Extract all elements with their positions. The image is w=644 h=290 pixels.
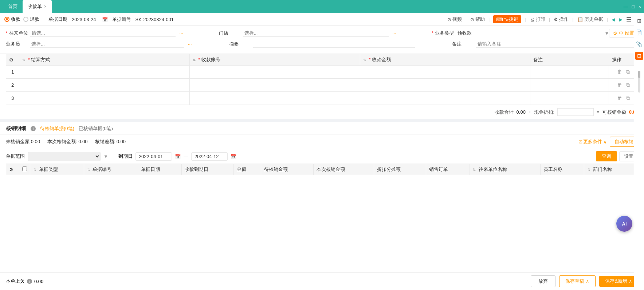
- nav-next-icon[interactable]: ▶: [619, 17, 623, 22]
- ai-badge[interactable]: Ai: [616, 216, 632, 232]
- row-1-amount[interactable]: [360, 66, 530, 79]
- number-value: SK-20230324-001: [136, 17, 174, 22]
- bth-checkbox[interactable]: [19, 164, 30, 175]
- tab-close-icon[interactable]: ×: [44, 4, 47, 9]
- row-2-account[interactable]: [189, 79, 360, 92]
- calendar-icon[interactable]: 📅: [102, 17, 108, 22]
- print-btn[interactable]: 🖨 打印: [530, 16, 545, 23]
- date-end-input[interactable]: [191, 152, 228, 161]
- pending-tab[interactable]: 待核销单据(0笔): [40, 125, 74, 132]
- table-area: ⚙ ⇅ * 结算方式 ⇅ * 收款账号 ⇅ * 收款: [0, 54, 644, 105]
- radio-refund[interactable]: 退款: [23, 16, 39, 23]
- shortcut-btn[interactable]: ⌨ 快捷键: [493, 15, 521, 23]
- date-start-input[interactable]: [136, 152, 172, 161]
- chevron-up-icon: ∧: [603, 139, 607, 145]
- info-icon-2[interactable]: i: [27, 279, 32, 284]
- discard-btn[interactable]: 放弃: [531, 275, 555, 287]
- row-2-settlement[interactable]: [19, 79, 190, 92]
- save-new-dropdown-icon[interactable]: ∧: [629, 279, 632, 284]
- row-1-delete-icon[interactable]: 🗑: [617, 69, 622, 75]
- video-btn[interactable]: ⊙ 视频: [447, 16, 462, 23]
- video-icon: ⊙: [447, 17, 451, 22]
- row-1-remarks[interactable]: [530, 66, 609, 79]
- scrollbar-thumb[interactable]: [638, 71, 640, 78]
- summary-input[interactable]: [253, 40, 415, 48]
- unverified-stat: 未核销金额 0.00: [6, 138, 40, 145]
- select-all-checkbox[interactable]: [22, 166, 27, 171]
- bth-gear[interactable]: ⚙: [6, 164, 19, 175]
- bth-dept-name: ⇅ 部门名称: [584, 164, 638, 175]
- sidebar-table-icon[interactable]: ⊞: [635, 17, 643, 25]
- bth-pending-amount: 待核销金额: [261, 164, 313, 175]
- row-3-delete-icon[interactable]: 🗑: [617, 95, 622, 101]
- query-btn[interactable]: 查询: [596, 151, 617, 161]
- table-row: 1 🗑 ⧉: [6, 66, 638, 79]
- more-conditions-btn[interactable]: ⧖ 更多条件 ∧: [579, 138, 607, 145]
- save-draft-btn[interactable]: 保存草稿 ∧: [559, 275, 596, 287]
- radio-receipt[interactable]: 收款: [4, 16, 20, 23]
- row-2-copy-icon[interactable]: ⧉: [626, 82, 630, 88]
- partner-input[interactable]: [30, 30, 176, 37]
- date-dash: —: [184, 154, 188, 159]
- sidebar-doc-icon[interactable]: 📄: [635, 28, 643, 36]
- due-label: 到期日: [118, 153, 133, 160]
- calendar-end-icon[interactable]: 📅: [231, 154, 236, 159]
- nav-prev-icon[interactable]: ◀: [612, 17, 615, 22]
- remarks-field: 备注: [452, 40, 638, 48]
- operation-icon: ⚙: [554, 17, 558, 22]
- sidebar-expand-icon[interactable]: ⊡: [635, 52, 643, 60]
- range-select[interactable]: [28, 152, 101, 161]
- sidebar-clip-icon[interactable]: 📎: [635, 40, 643, 48]
- close-btn[interactable]: ×: [638, 4, 641, 9]
- done-tab[interactable]: 已核销单据(0笔): [79, 125, 113, 132]
- main-table: ⚙ ⇅ * 结算方式 ⇅ * 收款账号 ⇅ * 收款: [6, 54, 638, 105]
- summary-field: 摘要: [229, 40, 415, 48]
- calendar-start-icon[interactable]: 📅: [175, 154, 181, 159]
- row-3-copy-icon[interactable]: ⧉: [626, 95, 630, 101]
- partner-more-btn[interactable]: ···: [179, 31, 183, 36]
- discount-input[interactable]: [557, 108, 594, 116]
- row-3-account[interactable]: [189, 92, 360, 105]
- th-gear[interactable]: ⚙: [6, 54, 19, 66]
- maximize-btn[interactable]: □: [632, 4, 635, 9]
- store-input[interactable]: [243, 30, 389, 37]
- current-label: 本单上欠: [6, 278, 25, 285]
- row-2-delete-icon[interactable]: 🗑: [617, 82, 622, 88]
- number-label: 单据编号: [112, 16, 131, 23]
- row-3-amount[interactable]: [360, 92, 530, 105]
- range-row: 单据范围 ▼ 到期日 📅 — 📅 查询 设置: [0, 149, 644, 164]
- window-controls: — □ ×: [624, 4, 641, 9]
- staff-more-btn[interactable]: ···: [188, 42, 192, 47]
- staff-input[interactable]: [30, 40, 184, 48]
- row-3-settlement[interactable]: [19, 92, 190, 105]
- save-new-btn[interactable]: 保存&新增 ∧: [599, 276, 638, 287]
- business-dropdown-icon[interactable]: ▼: [605, 31, 609, 36]
- row-1-copy-icon[interactable]: ⧉: [626, 69, 630, 75]
- table-row: 2 🗑 ⧉: [6, 79, 638, 92]
- tab-home[interactable]: 首页: [3, 0, 23, 13]
- bottom-right: 放弃 保存草稿 ∧ 保存&新增 ∧: [531, 275, 638, 287]
- form-area: * 往来单位 ··· 门店 ··· * 业务类型 预收款 ▼: [0, 26, 644, 54]
- row-1-settlement[interactable]: [19, 66, 190, 79]
- list-view-icon[interactable]: ☰: [626, 16, 631, 23]
- verification-stats: 未核销金额 0.00 本次核销金额: 0.00 核销差额: 0.00 ⧖ 更多条…: [0, 134, 644, 149]
- row-3-remarks[interactable]: [530, 92, 609, 105]
- store-more-btn[interactable]: ···: [392, 31, 396, 36]
- bth-doc-number: ⇅ 单据编号: [84, 164, 138, 175]
- tab-receipt[interactable]: 收款单 ×: [23, 0, 52, 13]
- th-settlement: ⇅ * 结算方式: [19, 54, 190, 66]
- history-btn[interactable]: 📋 历史单据: [577, 16, 603, 23]
- remarks-input[interactable]: [476, 40, 638, 48]
- operation-btn[interactable]: ⚙ 操作: [554, 16, 569, 23]
- info-icon[interactable]: i: [31, 126, 36, 131]
- row-2-amount[interactable]: [360, 79, 530, 92]
- help-btn[interactable]: ⊙ 帮助: [470, 16, 485, 23]
- top-toolbar: 收款 退款 单据日期 2023-03-24 📅 单据编号 SK-20230324…: [0, 13, 644, 26]
- row-1-account[interactable]: [189, 66, 360, 79]
- business-type-label: * 业务类型: [432, 30, 454, 36]
- business-type-value: 预收款: [458, 30, 472, 36]
- minimize-btn[interactable]: —: [624, 4, 628, 9]
- th-remarks: 备注: [530, 54, 609, 66]
- draft-dropdown-icon[interactable]: ∧: [586, 279, 589, 284]
- row-2-remarks[interactable]: [530, 79, 609, 92]
